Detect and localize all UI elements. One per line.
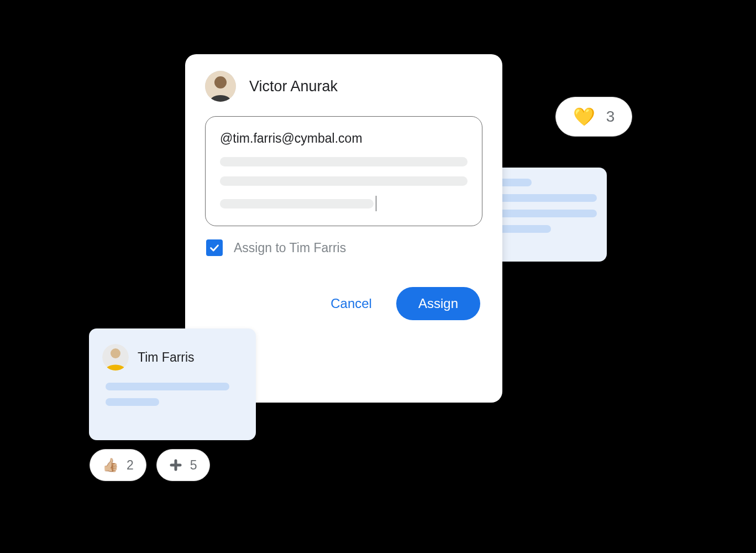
assign-label: Assign to Tim Farris (234, 241, 346, 255)
reply-avatar (102, 344, 129, 371)
assign-row: Assign to Tim Farris (205, 239, 482, 256)
svg-point-1 (214, 76, 227, 88)
heart-icon: 💛 (573, 108, 595, 126)
placeholder-line (106, 398, 159, 406)
reaction-count: 3 (606, 108, 615, 126)
comment-input[interactable]: @tim.farris@cymbal.com (205, 116, 482, 226)
placeholder-line (495, 225, 551, 233)
placeholder-line (220, 199, 374, 208)
mention-text: @tim.farris@cymbal.com (220, 131, 468, 146)
reaction-count: 5 (190, 458, 197, 473)
assign-button[interactable]: Assign (396, 287, 480, 320)
avatar-icon (205, 71, 236, 102)
reaction-heart-pill[interactable]: 💛 3 (555, 97, 632, 137)
placeholder-line (220, 157, 468, 166)
reply-author-name: Tim Farris (138, 350, 195, 365)
comment-header: Victor Anurak (205, 71, 482, 102)
placeholder-line (495, 194, 597, 202)
text-cursor (376, 196, 377, 211)
assign-checkbox[interactable] (206, 239, 223, 256)
plus-icon (169, 458, 182, 472)
cancel-button[interactable]: Cancel (330, 296, 372, 311)
reaction-plus-pill[interactable]: 5 (156, 449, 210, 481)
author-name: Victor Anurak (249, 78, 338, 95)
author-avatar (205, 71, 236, 102)
reply-card: Tim Farris (89, 328, 256, 440)
placeholder-last-line (220, 196, 468, 211)
reaction-thumbs-up-pill[interactable]: 👍🏼 2 (90, 449, 146, 481)
svg-point-3 (111, 348, 120, 358)
thumbs-up-icon: 👍🏼 (102, 458, 119, 472)
dialog-actions: Cancel Assign (205, 287, 482, 320)
reply-header: Tim Farris (102, 344, 243, 371)
reactions-row: 👍🏼 2 5 (90, 449, 210, 481)
placeholder-line (106, 383, 229, 390)
check-icon (208, 242, 221, 254)
avatar-icon (102, 344, 129, 371)
placeholder-line (220, 176, 468, 186)
placeholder-line (495, 210, 597, 217)
reaction-count: 2 (127, 458, 134, 473)
